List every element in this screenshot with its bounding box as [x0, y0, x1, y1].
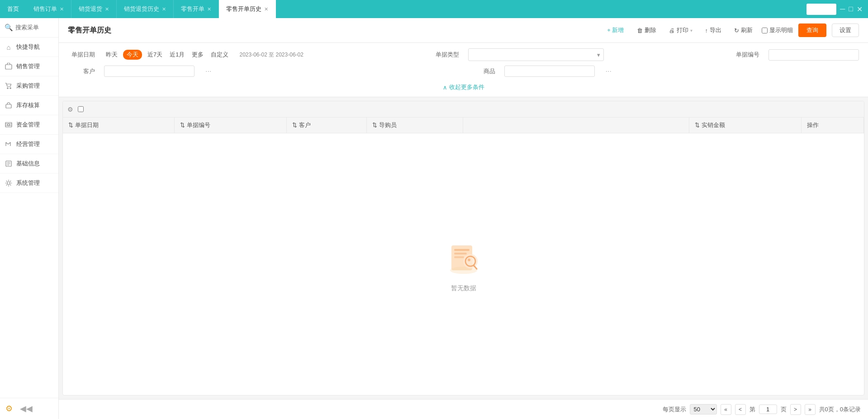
export-label: 导出: [710, 26, 721, 34]
add-label: + 新增: [607, 26, 624, 34]
sidebar-item-inventory[interactable]: 库存核算: [0, 96, 58, 115]
svg-rect-3: [6, 104, 11, 108]
sidebar-item-label: 采购管理: [16, 82, 40, 90]
svg-point-7: [7, 182, 10, 184]
refresh-button[interactable]: ↻ 刷新: [730, 24, 756, 36]
setting-button[interactable]: 设置: [832, 24, 859, 37]
svg-rect-0: [5, 65, 12, 69]
sidebar-item-purchase[interactable]: 采购管理: [0, 76, 58, 96]
page-title: 零售开单历史: [68, 26, 111, 35]
filter-bar: 单据日期 昨天 今天 近7天 近1月 更多 自定义 2023-06-02 至 2…: [59, 43, 868, 97]
window-max-btn[interactable]: □: [849, 5, 853, 13]
date-shortcut-custom[interactable]: 自定义: [209, 50, 230, 60]
content-area: 零售开单历史 + 新增 🗑 删除 🖨 打印 ▾ ↑ 导出: [59, 18, 868, 419]
sidebar-item-label: 基础信息: [16, 160, 40, 168]
col-action: 操作: [802, 118, 864, 133]
window-min-btn[interactable]: ─: [840, 5, 845, 13]
sidebar-setting-icon[interactable]: ⚙: [5, 404, 13, 414]
goods-dots[interactable]: ···: [604, 67, 613, 75]
often-badge[interactable]: OfTEn: [806, 4, 836, 15]
sidebar-search[interactable]: 🔍 搜索采单: [0, 18, 58, 38]
query-button[interactable]: 查询: [798, 24, 826, 37]
delete-button[interactable]: 🗑 删除: [633, 24, 660, 36]
date-filter-label: 单据日期: [68, 51, 95, 59]
sidebar-item-label: 经营管理: [16, 140, 40, 148]
tab-close-icon[interactable]: ✕: [207, 7, 211, 12]
window-close-btn[interactable]: ✕: [857, 5, 863, 14]
next-page-btn[interactable]: >: [790, 404, 801, 415]
no-filter-input[interactable]: [768, 49, 859, 61]
tab-close-icon[interactable]: ✕: [162, 7, 166, 12]
tab-sales-order[interactable]: 销售订单 ✕: [26, 0, 71, 18]
col-action-label: 操作: [807, 122, 819, 128]
operation-icon: [5, 140, 13, 148]
table-settings-icon[interactable]: ⚙: [67, 106, 73, 113]
tab-close-icon[interactable]: ✕: [105, 7, 109, 12]
per-page-label: 每页显示: [663, 405, 686, 414]
tab-return[interactable]: 销货退货 ✕: [71, 0, 117, 18]
svg-point-1: [7, 88, 8, 89]
col-guide[interactable]: ⇅ 导购员: [367, 118, 463, 133]
first-page-btn[interactable]: «: [721, 404, 731, 415]
goods-filter-input[interactable]: [504, 66, 595, 77]
search-icon: 🔍: [5, 24, 13, 32]
page-label: 第: [749, 405, 755, 414]
type-select[interactable]: [468, 48, 604, 61]
show-detail-input[interactable]: [762, 28, 768, 33]
tab-close-icon[interactable]: ✕: [60, 7, 64, 12]
sidebar-item-label: 销售管理: [16, 62, 40, 71]
col-customer[interactable]: ⇅ 客户: [286, 118, 367, 133]
tab-close-icon[interactable]: ✕: [264, 7, 268, 12]
collapse-btn[interactable]: ∧ 收起更多条件: [439, 81, 488, 93]
top-tabbar: 首页 销售订单 ✕ 销货退货 ✕ 销货退货历史 ✕ 零售开单 ✕ 零售开单历史 …: [0, 0, 868, 18]
sidebar-item-sales[interactable]: 销售管理: [0, 57, 58, 76]
print-button[interactable]: 🖨 打印 ▾: [665, 24, 696, 36]
data-table: ⇅ 单据日期 ⇅ 单据编号 ⇅ 客户 ⇅ 导购员 ⇅: [63, 118, 864, 133]
basic-icon: [5, 160, 13, 168]
refresh-icon: ↻: [734, 27, 739, 34]
sidebar-item-finance[interactable]: 资金管理: [0, 115, 58, 135]
tab-return-history[interactable]: 销货退货历史 ✕: [117, 0, 174, 18]
page-input[interactable]: [759, 405, 777, 414]
tab-label: 销货退货历史: [124, 5, 159, 13]
tab-home[interactable]: 首页: [0, 0, 26, 18]
topbar-right: OfTEn ─ □ ✕: [806, 0, 868, 18]
col-no[interactable]: ⇅ 单据编号: [175, 118, 287, 133]
tab-retail-history[interactable]: 零售开单历史 ✕: [219, 0, 276, 18]
prev-page-btn[interactable]: <: [735, 404, 746, 415]
export-button[interactable]: ↑ 导出: [702, 24, 726, 36]
main-layout: 🔍 搜索采单 ⌂ 快捷导航 销售管理 采购管理 库存核算: [0, 18, 868, 419]
customer-dots[interactable]: ···: [204, 67, 213, 75]
show-detail-checkbox[interactable]: 显示明细: [762, 26, 793, 34]
col-amount[interactable]: ⇅ 实销金额: [689, 118, 802, 133]
sidebar-item-basic[interactable]: 基础信息: [0, 154, 58, 174]
tab-retail-order[interactable]: 零售开单 ✕: [174, 0, 219, 18]
export-icon: ↑: [705, 27, 708, 34]
sidebar-item-operation[interactable]: 经营管理: [0, 135, 58, 154]
date-shortcuts: 昨天 今天 近7天 近1月 更多 自定义: [104, 50, 230, 60]
customer-filter-input[interactable]: [104, 66, 194, 77]
page-info: 共0页，0条记录: [819, 405, 861, 414]
print-label: 打印: [677, 26, 688, 34]
col-date[interactable]: ⇅ 单据日期: [63, 118, 175, 133]
type-filter-label: 单据类型: [432, 51, 459, 59]
sidebar-item-quicknav[interactable]: ⌂ 快捷导航: [0, 38, 58, 57]
date-shortcut-1month[interactable]: 近1月: [168, 50, 186, 60]
table-container: ⚙ ⇅ 单据日期 ⇅ 单据编号 ⇅ 客户: [62, 101, 864, 395]
tab-label: 销售订单: [33, 5, 57, 13]
customer-filter-label: 客户: [68, 67, 95, 75]
quicknav-icon: ⌂: [5, 43, 13, 51]
date-shortcut-7days[interactable]: 近7天: [146, 50, 164, 60]
page-size-select[interactable]: 50 100 200: [690, 404, 717, 414]
date-shortcut-today[interactable]: 今天: [123, 50, 142, 60]
sidebar-item-system[interactable]: 系统管理: [0, 174, 58, 193]
type-select-wrapper: [468, 48, 604, 61]
date-shortcut-more[interactable]: 更多: [190, 50, 205, 60]
date-shortcut-yesterday[interactable]: 昨天: [104, 50, 119, 60]
last-page-btn[interactable]: »: [805, 404, 816, 415]
add-button[interactable]: + 新增: [603, 24, 627, 36]
col-customer-label: ⇅ 客户: [292, 122, 311, 128]
table-select-all[interactable]: [78, 106, 84, 112]
sidebar-collapse-icon[interactable]: ◀◀: [20, 404, 33, 414]
table-header-row: ⇅ 单据日期 ⇅ 单据编号 ⇅ 客户 ⇅ 导购员 ⇅: [63, 118, 864, 133]
